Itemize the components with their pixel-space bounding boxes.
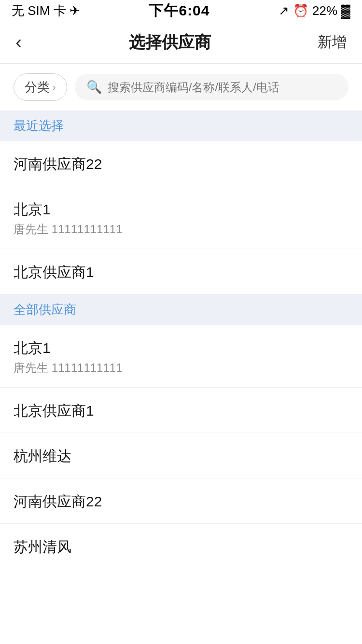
item-name: 北京1 [14,200,348,220]
status-right: ↗ ⏰ 22% ▓ [278,3,350,18]
all-list: 北京1 唐先生 11111111111 北京供应商1 杭州维达 河南供应商22 … [0,325,362,569]
back-button[interactable]: ‹ [15,31,22,53]
list-item[interactable]: 北京供应商1 [0,249,362,294]
list-item[interactable]: 北京1 唐先生 11111111111 [0,325,362,388]
status-time: 下午6:04 [149,1,209,21]
category-label: 分类 [25,79,50,96]
list-item[interactable]: 河南供应商22 [0,478,362,524]
item-name: 北京供应商1 [14,401,348,421]
item-detail: 唐先生 11111111111 [14,360,348,376]
nav-bar: ‹ 选择供应商 新增 [0,21,362,64]
search-input[interactable] [108,81,337,94]
list-item[interactable]: 北京1 唐先生 11111111111 [0,186,362,249]
status-left: 无 SIM 卡 ✈ [12,2,80,19]
alarm-icon: ⏰ [293,3,308,18]
search-icon: 🔍 [86,80,102,95]
battery-icon: ▓ [341,3,350,18]
category-filter[interactable]: 分类 › [14,73,67,101]
list-item[interactable]: 杭州维达 [0,433,362,478]
recent-list: 河南供应商22 北京1 唐先生 11111111111 北京供应商1 [0,141,362,294]
item-name: 杭州维达 [14,447,348,466]
item-name: 苏州清风 [14,537,348,557]
item-name: 北京供应商1 [14,263,348,282]
search-container: 🔍 [75,74,348,100]
all-section-header: 全部供应商 [0,294,362,325]
list-item[interactable]: 河南供应商22 [0,141,362,186]
chevron-icon: › [53,82,56,93]
location-icon: ↗ [278,3,289,18]
item-name: 北京1 [14,338,348,358]
recent-section-header: 最近选择 [0,111,362,141]
status-bar: 无 SIM 卡 ✈ 下午6:04 ↗ ⏰ 22% ▓ [0,0,362,21]
item-name: 河南供应商22 [14,492,348,512]
filter-bar: 分类 › 🔍 [0,64,362,111]
page-title: 选择供应商 [129,31,211,54]
item-name: 河南供应商22 [14,154,348,174]
item-detail: 唐先生 11111111111 [14,222,348,237]
list-item[interactable]: 北京供应商1 [0,388,362,433]
list-item[interactable]: 苏州清风 [0,524,362,569]
battery-status: 22% [312,3,337,18]
add-button[interactable]: 新增 [318,32,347,52]
sim-status: 无 SIM 卡 ✈ [12,2,80,19]
